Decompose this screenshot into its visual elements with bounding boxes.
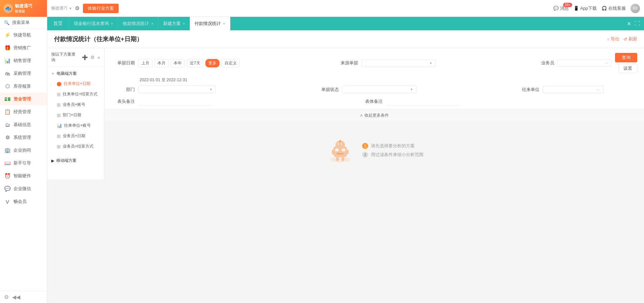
member-icon: V — [4, 199, 11, 205]
sidebar-item-quick-nav[interactable]: ⚡ 快捷导航 — [0, 29, 47, 41]
scheme-item-staff-account[interactable]: ▦ 业务员+账号 — [47, 99, 104, 110]
refresh-button[interactable]: ↺ 刷新 — [623, 36, 637, 42]
scheme-item-label-1: 往来单位+结算方式 — [63, 91, 97, 97]
scheme-mobile-label: 移动端方案 — [56, 158, 77, 163]
marketing-icon: 🎁 — [4, 45, 11, 51]
sidebar-item-basics[interactable]: 🗂 基础信息 — [0, 118, 47, 131]
page-content: 付款情况统计（往来单位+日期） ↑ 导出 ↺ 刷新 按以下方案查询 ➕ ⚙ — [47, 30, 644, 303]
purchase-label: 采购管理 — [13, 70, 31, 77]
tab-new-scheme-close[interactable]: × — [183, 22, 185, 26]
partner-select[interactable]: ··· — [543, 86, 604, 93]
tab-close-all-icon[interactable]: ✕ — [627, 21, 631, 27]
svg-rect-3 — [342, 149, 345, 151]
message-item[interactable]: 💬 消息 99+ — [553, 5, 569, 11]
trial-button[interactable]: 体验行业方案 — [83, 4, 119, 13]
tab-new-scheme[interactable]: 新建方案 × — [158, 17, 190, 30]
doc-status-select[interactable]: ▾ — [342, 86, 416, 93]
query-button[interactable]: 查询 — [615, 53, 637, 62]
tab-home-label: 首页 — [53, 21, 63, 27]
sidebar-collapse-button[interactable]: ◀◀ — [12, 294, 20, 300]
sidebar-item-sales[interactable]: 📊 销售管理 — [0, 54, 47, 67]
date-custom-btn[interactable]: 自定义 — [222, 59, 240, 67]
page-actions: ↑ 导出 ↺ 刷新 — [607, 36, 638, 42]
scheme-settings-button[interactable]: ⚙ — [90, 55, 95, 60]
tab-payment-close[interactable]: × — [223, 22, 225, 26]
date-more-btn[interactable]: 更多 — [205, 59, 219, 67]
scheme-mobile-group: ▶ 移动端方案 — [47, 154, 104, 168]
search-menu-item[interactable]: 🔍 搜索菜单 — [0, 17, 47, 29]
sidebar-item-inventory[interactable]: ⬡ 库存核算 — [0, 80, 47, 93]
scheme-desktop-arrow: ▼ — [51, 72, 55, 75]
scheme-desktop-group-title[interactable]: ▼ 电脑端方案 — [47, 69, 104, 79]
staff-select[interactable]: ··· — [558, 59, 612, 67]
message-icon: 💬 — [553, 6, 559, 11]
tip-text-1: 请先选择要分析的方案 — [371, 143, 415, 149]
sidebar-item-fund[interactable]: 💵 资金管理 — [0, 93, 47, 105]
tip-num-1: 1 — [362, 143, 368, 149]
scheme-item-staff-date[interactable]: ▦ 业务员+日期 — [47, 131, 104, 141]
date-7days-btn[interactable]: 近7天 — [187, 59, 203, 67]
scheme-item-dept-date[interactable]: ▦ 部门+日期 — [47, 110, 104, 120]
hardware-label: 智能硬件 — [13, 173, 31, 179]
sidebar-item-purchase[interactable]: 🛍 采购管理 — [0, 67, 47, 80]
scheme-mobile-group-title[interactable]: ▶ 移动端方案 — [47, 156, 104, 165]
scheme-item-staff-settle[interactable]: ▦ 业务员+结算方式 — [47, 141, 104, 152]
inventory-icon: ⬡ — [4, 83, 11, 89]
user-avatar[interactable]: Rit — [631, 4, 640, 13]
date-range-text: 2022-01-01 至 2022-12-31 — [140, 78, 187, 82]
sidebar-item-operation[interactable]: 📋 经营管理 — [0, 105, 47, 118]
scheme-collapse-button[interactable]: « — [97, 55, 100, 60]
online-service-item[interactable]: 🎧 在线客服 — [602, 5, 626, 11]
scheme-header: 按以下方案查询 ➕ ⚙ « — [47, 48, 104, 67]
tab-expand-icon[interactable]: ⛶ — [635, 21, 640, 27]
svg-rect-7 — [336, 157, 339, 161]
date-cur-month-btn[interactable]: 本月 — [154, 59, 169, 67]
dept-select[interactable]: ▾ — [138, 86, 216, 93]
sidebar-item-guide[interactable]: 📖 新手引导 — [0, 157, 47, 170]
scheme-item-icon-5: ▦ — [57, 133, 61, 139]
source-select[interactable]: ▾ — [361, 59, 436, 67]
tab-receivable-close[interactable]: × — [151, 22, 153, 26]
sidebar-item-hardware[interactable]: ⏰ 智能硬件 — [0, 170, 47, 182]
topbar-brand-name: 畅捷通巧 — [51, 5, 67, 11]
sidebar-item-marketing[interactable]: 🎁 营销推广 — [0, 41, 47, 54]
topbar-settings-icon[interactable]: ⚙ — [75, 5, 80, 11]
collapse-conditions-button[interactable]: ∧ 收起更多条件 — [105, 110, 644, 121]
tab-payment-label: 付款情况统计 — [195, 21, 221, 27]
body-remark-input[interactable] — [386, 97, 460, 105]
sidebar-item-member[interactable]: V 畅会员 — [0, 195, 47, 208]
scheme-item-partner-date[interactable]: ⬤ 往来单位+日期 — [47, 79, 104, 89]
tab-bank-flow-close[interactable]: × — [111, 22, 113, 26]
brand-sub: 标准版 — [15, 9, 32, 14]
scheme-add-button[interactable]: ➕ — [82, 55, 88, 60]
sidebar-item-weixin[interactable]: 💬 企业微信 — [0, 182, 47, 195]
partner-dots: ··· — [597, 88, 600, 92]
sidebar-item-enterprise[interactable]: 🏢 企业协同 — [0, 144, 47, 157]
sidebar-item-system[interactable]: ⚙ 系统管理 — [0, 131, 47, 144]
sidebar-gear-button[interactable]: ⚙ — [4, 294, 9, 300]
scheme-item-partner-account[interactable]: 📊 往来单位+账号 — [47, 120, 104, 131]
logo-icon: 🐟 — [3, 4, 13, 13]
tab-receivable[interactable]: 收款情况统计 × — [118, 17, 158, 30]
settings-button[interactable]: 设置 — [618, 64, 637, 73]
search-icon: 🔍 — [4, 20, 9, 25]
scheme-item-icon-1: ▦ — [57, 92, 61, 97]
tab-payment[interactable]: 付款情况统计 × — [190, 17, 230, 30]
page-title: 付款情况统计（往来单位+日期） — [54, 35, 143, 43]
date-prev-month-btn[interactable]: 上月 — [138, 59, 152, 67]
head-remark-input[interactable] — [138, 97, 212, 105]
date-cur-year-btn[interactable]: 本年 — [171, 59, 185, 67]
filter-row-2: 部门 ▾ 单据状态 ▾ 往来单位 — [111, 86, 637, 93]
tab-bank-flow[interactable]: 现金银行流水查询 × — [69, 17, 118, 30]
scheme-item-label-6: 业务员+结算方式 — [63, 144, 93, 149]
system-label: 系统管理 — [13, 134, 31, 141]
tab-home[interactable]: 首页 — [47, 17, 69, 30]
app-download-item[interactable]: 📱 App下载 — [574, 5, 597, 11]
topbar-right: 💬 消息 99+ 📱 App下载 🎧 在线客服 Rit — [553, 4, 640, 13]
weixin-label: 企业微信 — [13, 186, 31, 192]
scheme-item-partner-settle[interactable]: ▦ 往来单位+结算方式 — [47, 89, 104, 99]
scheme-item-icon-4: 📊 — [57, 123, 62, 128]
message-badge: 99+ — [563, 3, 572, 7]
empty-tips: 1 请先选择要分析的方案 2 用过滤条件来缩小分析范围 — [362, 143, 423, 158]
export-button[interactable]: ↑ 导出 — [607, 36, 620, 42]
